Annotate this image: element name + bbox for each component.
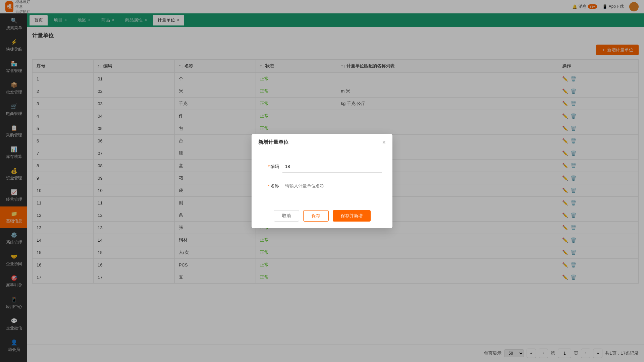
code-input[interactable] [282,161,382,173]
app-container: 橙 橙林通好生意 云进销存 🔔 消息 99+ 📱 App下载 [0,0,644,362]
modal-header: 新增计量单位 × [252,134,392,151]
add-unit-modal: 新增计量单位 × *编码 *名称 取消 保存 [252,134,392,228]
modal-footer: 取消 保存 保存并新增 [252,206,392,228]
modal-body: *编码 *名称 [252,151,392,206]
form-item-name: *名称 [262,180,382,192]
form-item-code: *编码 [262,161,382,173]
save-button[interactable]: 保存 [303,210,329,222]
modal-title: 新增计量单位 [258,139,288,145]
code-label: *编码 [262,164,279,170]
name-input[interactable] [282,180,382,192]
save-and-new-button[interactable]: 保存并新增 [333,210,371,222]
modal-overlay[interactable]: 新增计量单位 × *编码 *名称 取消 保存 [0,0,644,362]
cancel-button[interactable]: 取消 [274,210,299,222]
modal-close-button[interactable]: × [382,139,386,145]
name-label: *名称 [262,183,279,189]
